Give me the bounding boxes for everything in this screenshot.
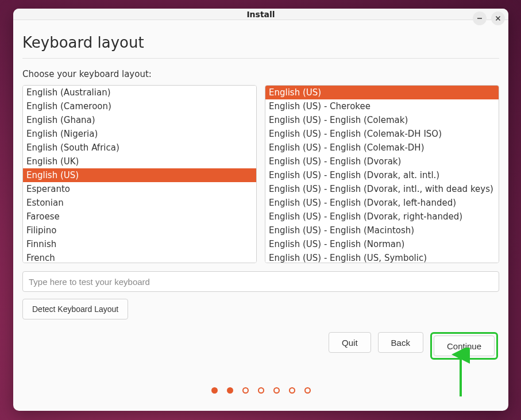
list-item[interactable]: Esperanto <box>23 182 256 196</box>
list-item[interactable]: English (US) - English (Colemak-DH ISO) <box>265 127 499 141</box>
list-item[interactable]: English (US) - English (US, Symbolic) <box>265 251 499 263</box>
prompt-label: Choose your keyboard layout: <box>22 69 499 79</box>
continue-callout: Continue <box>430 332 498 360</box>
detect-layout-button[interactable]: Detect Keyboard Layout <box>22 299 128 319</box>
close-icon <box>495 16 501 21</box>
quit-button[interactable]: Quit <box>329 332 371 353</box>
list-item[interactable]: English (UK) <box>23 155 256 168</box>
content-area: Keyboard layout Choose your keyboard lay… <box>13 20 508 411</box>
list-item[interactable]: Faroese <box>23 210 256 224</box>
list-item[interactable]: English (US) <box>23 168 256 182</box>
list-item[interactable]: English (US) - English (Norman) <box>265 237 499 251</box>
list-item[interactable]: Filipino <box>23 224 256 237</box>
list-item[interactable]: Estonian <box>23 196 256 210</box>
keyboard-test-input[interactable] <box>22 271 499 292</box>
list-item[interactable]: English (South Africa) <box>23 141 256 155</box>
desktop-background: Install Keyboard layout Choose your keyb… <box>0 0 521 420</box>
page-title: Keyboard layout <box>22 34 499 51</box>
list-item[interactable]: English (US) - English (Dvorak) <box>265 155 499 168</box>
list-item[interactable]: English (US) - English (Colemak-DH) <box>265 141 499 155</box>
layout-lists: English (Australian)English (Cameroon)En… <box>22 85 499 263</box>
progress-dot <box>258 387 264 394</box>
progress-dot <box>289 387 295 394</box>
titlebar: Install <box>13 9 508 20</box>
variant-listbox[interactable]: English (US)English (US) - CherokeeEngli… <box>265 85 499 263</box>
minimize-button[interactable] <box>473 11 487 25</box>
nav-buttons: Quit Back Continue <box>22 332 499 360</box>
progress-dot <box>273 387 280 394</box>
progress-dot <box>211 387 218 394</box>
progress-dots <box>22 387 499 405</box>
list-item[interactable]: English (US) - English (Dvorak, right-ha… <box>265 210 499 224</box>
list-item[interactable]: English (US) <box>265 86 499 99</box>
continue-button[interactable]: Continue <box>434 336 495 356</box>
back-button[interactable]: Back <box>378 332 423 353</box>
list-item[interactable]: English (US) - English (Macintosh) <box>265 224 499 237</box>
progress-dot <box>227 387 233 394</box>
list-item[interactable]: French <box>23 251 256 263</box>
list-item[interactable]: English (Nigeria) <box>23 127 256 141</box>
minimize-icon <box>477 16 483 21</box>
list-item[interactable]: English (Australian) <box>23 86 256 99</box>
list-item[interactable]: English (Cameroon) <box>23 99 256 113</box>
installer-window: Install Keyboard layout Choose your keyb… <box>13 9 508 411</box>
list-item[interactable]: English (US) - English (Dvorak, intl., w… <box>265 182 499 196</box>
list-item[interactable]: English (US) - Cherokee <box>265 99 499 113</box>
list-item[interactable]: English (US) - English (Dvorak, alt. int… <box>265 168 499 182</box>
list-item[interactable]: English (US) - English (Colemak) <box>265 113 499 127</box>
window-controls <box>473 11 505 25</box>
list-item[interactable]: English (Ghana) <box>23 113 256 127</box>
layout-listbox[interactable]: English (Australian)English (Cameroon)En… <box>22 85 257 263</box>
progress-dot <box>242 387 249 394</box>
progress-dot <box>304 387 311 394</box>
close-button[interactable] <box>491 11 505 25</box>
divider <box>22 58 499 59</box>
list-item[interactable]: Finnish <box>23 237 256 251</box>
window-title: Install <box>246 10 275 19</box>
list-item[interactable]: English (US) - English (Dvorak, left-han… <box>265 196 499 210</box>
